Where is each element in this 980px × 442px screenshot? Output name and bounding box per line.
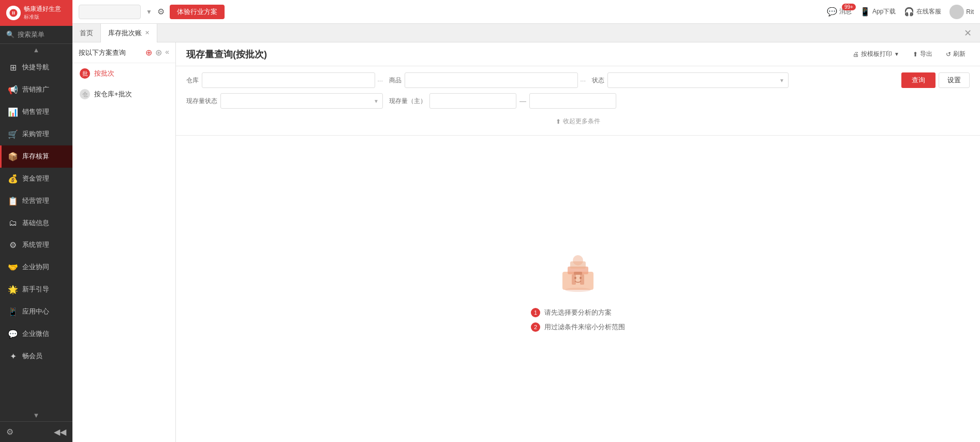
svg-point-3 bbox=[573, 255, 583, 266]
print-template-btn[interactable]: 🖨 按模板打印 ▼ bbox=[849, 48, 903, 61]
page-title: 现存量查询(按批次) bbox=[186, 48, 267, 61]
online-service-group[interactable]: 🎧 在线客服 bbox=[904, 7, 941, 17]
refresh-btn[interactable]: ↺ 刷新 bbox=[942, 48, 970, 61]
purchase-icon: 🛒 bbox=[8, 129, 18, 139]
wechat-icon: 💬 bbox=[8, 329, 18, 339]
sidebar-item-label: 企业微信 bbox=[22, 329, 49, 338]
export-btn[interactable]: ⬆ 导出 bbox=[909, 48, 937, 61]
sidebar-item-member[interactable]: ✦ 畅会员 bbox=[0, 345, 72, 367]
settings-button[interactable]: 设置 bbox=[939, 72, 970, 88]
sidebar-item-enterprise[interactable]: 🤝 企业协同 bbox=[0, 256, 72, 278]
trial-button[interactable]: 体验行业方案 bbox=[170, 5, 225, 19]
left-panel-title: 按以下方案查询 bbox=[79, 48, 126, 57]
sidebar-item-label: 资金管理 bbox=[22, 174, 49, 183]
avatar bbox=[949, 5, 964, 19]
filter-row-1: 仓库 ··· 商品 ··· 状态 bbox=[186, 72, 970, 88]
search-label: 搜索菜单 bbox=[18, 30, 44, 39]
inventory-status-label: 现存量状态 bbox=[186, 97, 217, 106]
plan-by-batch[interactable]: 批 按批次 bbox=[72, 63, 175, 84]
sidebar-item-system[interactable]: ⚙ 系统管理 bbox=[0, 234, 72, 256]
status-filter: 状态 正常 停用 ▼ bbox=[592, 72, 789, 88]
sidebar-item-label: 营销推广 bbox=[22, 85, 49, 94]
sidebar-item-marketing[interactable]: 📢 营销推广 bbox=[0, 79, 72, 101]
sidebar-item-guide[interactable]: 🌟 新手引导 bbox=[0, 278, 72, 301]
topbar-search-input[interactable] bbox=[83, 8, 125, 16]
app-download-label: App下载 bbox=[872, 7, 896, 16]
sidebar-item-purchase[interactable]: 🛒 采购管理 bbox=[0, 123, 72, 145]
app-logo: 畅康通好生意 标准版 bbox=[0, 0, 72, 26]
sidebar-item-quick-nav[interactable]: ⊞ 快捷导航 bbox=[0, 56, 72, 79]
tip-text-1: 请先选择要分析的方案 bbox=[544, 308, 612, 317]
collapse-more-btn[interactable]: ⬆ 收起更多条件 bbox=[186, 114, 970, 129]
sidebar-nav: ⊞ 快捷导航 📢 营销推广 📊 销售管理 🛒 采购管理 📦 库存核算 💰 资金管… bbox=[0, 56, 72, 409]
settings-plan-icon[interactable]: ⊛ bbox=[155, 48, 162, 57]
inventory-qty-label: 现存量（主） bbox=[389, 97, 426, 106]
collapse-icon[interactable]: ◀◀ bbox=[54, 427, 66, 437]
sidebar-scroll-up[interactable]: ▲ bbox=[0, 44, 72, 56]
sidebar-item-basic[interactable]: 🗂 基础信息 bbox=[0, 212, 72, 234]
filter-actions: 查询 设置 bbox=[901, 72, 970, 88]
inventory-qty-separator: — bbox=[519, 97, 526, 105]
inventory-status-select[interactable]: 有库存 无库存 全部 bbox=[220, 93, 383, 109]
tip-num-2: 2 bbox=[531, 322, 540, 332]
refresh-label: 刷新 bbox=[953, 50, 966, 58]
sidebar-search[interactable]: 🔍 搜索菜单 bbox=[0, 26, 72, 44]
sidebar-item-appstore[interactable]: 📱 应用中心 bbox=[0, 301, 72, 323]
svg-rect-6 bbox=[580, 274, 584, 285]
topbar-close-icon[interactable]: ✕ bbox=[960, 25, 976, 41]
sidebar-item-finance[interactable]: 💰 资金管理 bbox=[0, 168, 72, 190]
sidebar-item-wechat[interactable]: 💬 企业微信 bbox=[0, 323, 72, 345]
page-header-actions: 🖨 按模板打印 ▼ ⬆ 导出 ↺ 刷新 bbox=[849, 48, 970, 61]
warehouse-input[interactable] bbox=[202, 72, 375, 88]
app-version: 标准版 bbox=[24, 13, 61, 21]
topbar-right: 💬 消息 99+ 📱 App下载 🎧 在线客服 Rit bbox=[827, 5, 974, 19]
settings-icon[interactable]: ⚙ bbox=[6, 427, 13, 437]
sidebar: 畅康通好生意 标准版 🔍 搜索菜单 ▲ ⊞ 快捷导航 📢 营销推广 📊 销售管理… bbox=[0, 0, 72, 442]
tab-inventory-batch[interactable]: 库存批次账 ✕ bbox=[101, 24, 157, 42]
tab-home-label: 首页 bbox=[80, 28, 93, 38]
topbar-gear-icon[interactable]: ⚙ bbox=[155, 5, 167, 19]
user-group[interactable]: Rit bbox=[949, 5, 974, 19]
plan-wh-batch-icon: 仓 bbox=[80, 89, 90, 99]
warehouse-label: 仓库 bbox=[186, 76, 199, 85]
print-label: 按模板打印 bbox=[861, 50, 892, 58]
warehouse-more-icon[interactable]: ··· bbox=[377, 77, 383, 84]
system-icon: ⚙ bbox=[8, 240, 18, 250]
sidebar-scroll-down[interactable]: ▼ bbox=[0, 409, 72, 421]
product-filter: 商品 ··· bbox=[389, 72, 586, 88]
left-panel-icons: ⊕ ⊛ « bbox=[145, 48, 169, 57]
add-plan-icon[interactable]: ⊕ bbox=[145, 48, 152, 57]
inventory-qty-from[interactable] bbox=[429, 93, 516, 109]
content-area: 按以下方案查询 ⊕ ⊛ « 批 按批次 仓 按仓库+批次 现存量查询(按批次) bbox=[72, 42, 980, 442]
messages-badge: 99+ bbox=[842, 4, 856, 10]
inventory-qty-to[interactable] bbox=[529, 93, 616, 109]
empty-state: 1 请先选择要分析的方案 2 用过滤条件来缩小分析范围 bbox=[176, 136, 980, 442]
topbar-chevron-icon[interactable]: ▼ bbox=[146, 8, 152, 16]
status-select[interactable]: 正常 停用 bbox=[607, 72, 789, 88]
svg-rect-5 bbox=[572, 274, 576, 285]
sidebar-item-label: 基础信息 bbox=[22, 218, 49, 228]
app-download-group[interactable]: 📱 App下载 bbox=[860, 7, 896, 17]
sidebar-item-inventory[interactable]: 📦 库存核算 bbox=[0, 145, 72, 168]
messages-group[interactable]: 💬 消息 99+ bbox=[827, 7, 852, 17]
product-more-icon[interactable]: ··· bbox=[580, 77, 586, 84]
collapse-panel-icon[interactable]: « bbox=[165, 48, 169, 57]
query-button[interactable]: 查询 bbox=[901, 72, 936, 88]
print-chevron-icon: ▼ bbox=[894, 51, 899, 57]
page-header: 现存量查询(按批次) 🖨 按模板打印 ▼ ⬆ 导出 ↺ 刷新 bbox=[176, 42, 980, 66]
svg-point-8 bbox=[574, 277, 576, 279]
sidebar-item-sales[interactable]: 📊 销售管理 bbox=[0, 101, 72, 123]
plan-batch-icon: 批 bbox=[80, 68, 90, 79]
sidebar-item-label: 快捷导航 bbox=[22, 63, 49, 72]
tab-home[interactable]: 首页 bbox=[72, 24, 101, 42]
empty-tips: 1 请先选择要分析的方案 2 用过滤条件来缩小分析范围 bbox=[531, 308, 625, 332]
empty-tip-1: 1 请先选择要分析的方案 bbox=[531, 308, 625, 317]
sidebar-item-operations[interactable]: 📋 经营管理 bbox=[0, 190, 72, 212]
tab-close-icon[interactable]: ✕ bbox=[145, 30, 150, 36]
inventory-qty-filter: 现存量（主） — bbox=[389, 93, 586, 109]
member-icon: ✦ bbox=[8, 351, 18, 361]
right-panel: 现存量查询(按批次) 🖨 按模板打印 ▼ ⬆ 导出 ↺ 刷新 bbox=[176, 42, 980, 442]
product-input[interactable] bbox=[405, 72, 578, 88]
plan-by-warehouse-batch[interactable]: 仓 按仓库+批次 bbox=[72, 84, 175, 105]
online-service-label: 在线客服 bbox=[916, 7, 941, 16]
